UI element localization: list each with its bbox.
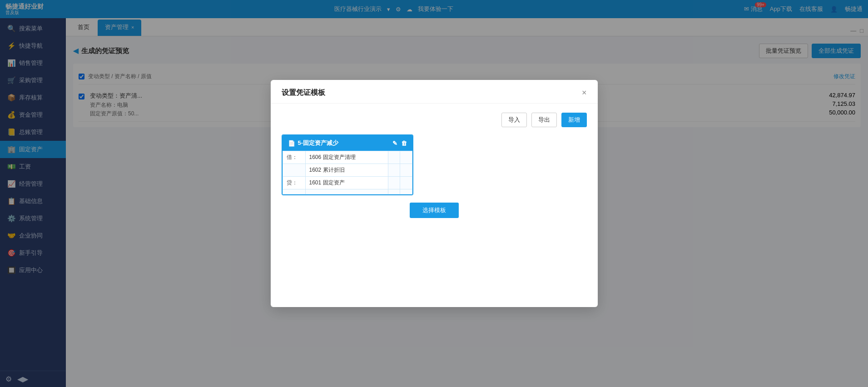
template-header-right: ✎ 🗑 — [392, 140, 407, 147]
credit-label: 贷： — [283, 177, 305, 189]
credit-amount-1606 — [400, 151, 412, 164]
account-code-1606: 1606 固定资产清理 — [305, 151, 388, 164]
modal-toolbar: 导入 导出 新增 — [282, 113, 587, 127]
template-row-4 — [283, 189, 412, 194]
export-btn[interactable]: 导出 — [531, 113, 557, 127]
credit-amount-1602 — [400, 164, 412, 177]
debit-amount-1606 — [388, 151, 400, 164]
account-code-1601: 1601 固定资产 — [305, 177, 388, 189]
modal-overlay[interactable]: 设置凭证模板 × 导入 导出 新增 📄 5-固定资产减少 ✎ 🗑 — [0, 0, 868, 387]
credit-amount-1601 — [400, 177, 412, 189]
modal-body: 导入 导出 新增 📄 5-固定资产减少 ✎ 🗑 — [271, 104, 598, 227]
template-card-body: 借： 1606 固定资产清理 1602 累计折旧 贷： — [283, 151, 412, 194]
debit-amount-1602 — [388, 164, 400, 177]
select-template-btn[interactable]: 选择模板 — [410, 203, 459, 218]
template-name: 5-固定资产减少 — [298, 139, 339, 147]
import-btn[interactable]: 导入 — [501, 113, 527, 127]
template-card-header: 📄 5-固定资产减少 ✎ 🗑 — [283, 135, 412, 151]
debit-amount-1601 — [388, 177, 400, 189]
modal-header: 设置凭证模板 × — [271, 80, 598, 104]
modal-title: 设置凭证模板 — [282, 88, 325, 98]
template-row-2: 1602 累计折旧 — [283, 164, 412, 177]
template-row-1: 借： 1606 固定资产清理 — [283, 151, 412, 164]
select-template-wrap: 选择模板 — [282, 203, 587, 218]
account-code-1602: 1602 累计折旧 — [305, 164, 388, 177]
template-header-left: 📄 5-固定资产减少 — [288, 139, 339, 147]
new-template-btn[interactable]: 新增 — [561, 113, 587, 127]
modal-dialog: 设置凭证模板 × 导入 导出 新增 📄 5-固定资产减少 ✎ 🗑 — [271, 80, 598, 307]
template-table: 借： 1606 固定资产清理 1602 累计折旧 贷： — [283, 151, 412, 194]
modal-close-btn[interactable]: × — [582, 88, 587, 98]
debit-label: 借： — [283, 151, 305, 164]
template-delete-icon[interactable]: 🗑 — [401, 140, 407, 147]
template-doc-icon: 📄 — [288, 140, 295, 147]
template-card[interactable]: 📄 5-固定资产减少 ✎ 🗑 借： 1606 固定资产清理 — [282, 134, 413, 195]
template-edit-icon[interactable]: ✎ — [392, 140, 397, 147]
empty-label — [283, 164, 305, 177]
template-row-3: 贷： 1601 固定资产 — [283, 177, 412, 189]
